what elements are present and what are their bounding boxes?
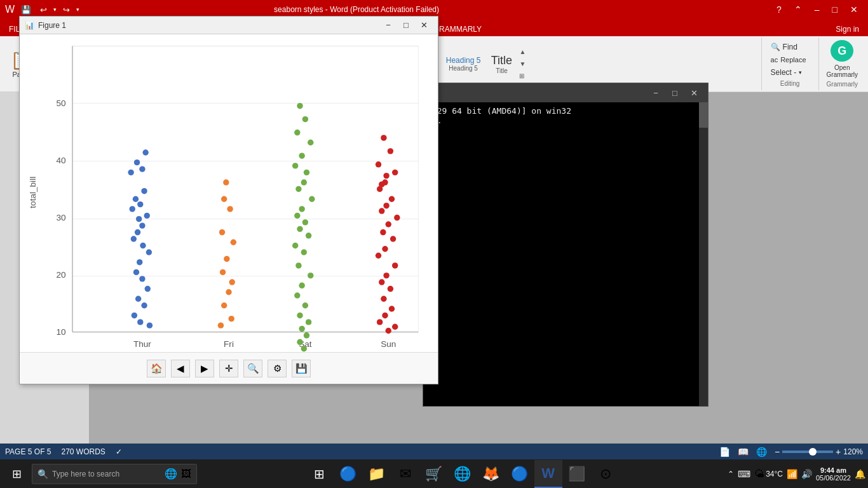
style-title[interactable]: Title Title [486, 46, 517, 82]
notification-btn[interactable]: 🔔 [855, 469, 865, 479]
grammarly-icon: G [831, 40, 853, 62]
settings-tool-btn[interactable]: ⚙ [268, 360, 287, 377]
temp-text: 34°C [766, 470, 783, 478]
svg-text:total_bill: total_bill [28, 177, 37, 208]
undo-qat-btn[interactable]: ↩ [37, 4, 50, 16]
task-view-btn[interactable]: ⊞ [306, 460, 334, 488]
svg-point-34 [145, 286, 151, 292]
svg-point-110 [383, 173, 389, 179]
find-label: Find [783, 43, 797, 51]
browser2-btn[interactable]: 🌐 [449, 460, 477, 488]
zoom-tool-btn[interactable]: 🔍 [243, 360, 262, 377]
zoom-out-btn[interactable]: − [775, 447, 780, 457]
forward-tool-btn[interactable]: ▶ [195, 360, 214, 377]
figure-maximize-btn[interactable]: □ [397, 18, 415, 32]
open-grammarly-btn[interactable]: OpenGrammarly [827, 64, 858, 78]
svg-point-64 [295, 186, 301, 192]
taskbar-tray: ⌃ ⌨ 🌤 34°C 📶 🔊 9:44 am 05/06/2022 🔔 [728, 466, 865, 482]
terminal-minimize-btn[interactable]: − [647, 86, 665, 100]
figure-close-btn[interactable]: ✕ [415, 18, 433, 32]
store-btn[interactable]: 🛒 [420, 460, 448, 488]
save-qat-btn[interactable]: 💾 [18, 4, 34, 16]
clock[interactable]: 9:44 am 05/06/2022 [816, 466, 851, 482]
save-tool-btn[interactable]: 💾 [292, 360, 311, 377]
svg-point-24 [136, 216, 142, 222]
svg-point-44 [221, 196, 227, 202]
help-btn[interactable]: ? [771, 3, 787, 16]
svg-point-59 [308, 140, 313, 146]
svg-point-22 [141, 188, 147, 194]
news-icon: 🖼 [181, 468, 191, 480]
svg-point-80 [299, 326, 304, 332]
word-count: 270 WORDS [61, 447, 105, 456]
svg-point-109 [379, 181, 384, 187]
redo-qat-btn[interactable]: ↪ [60, 4, 72, 16]
maximize-btn[interactable]: □ [827, 3, 843, 16]
svg-text:Thur: Thur [133, 339, 151, 349]
word-btn[interactable]: W [534, 460, 562, 488]
zoom-in-btn[interactable]: + [836, 447, 841, 457]
svg-point-35 [135, 296, 141, 302]
styles-scroll[interactable]: ▲ ▼ ⊞ [519, 46, 526, 82]
svg-point-62 [304, 170, 309, 175]
replace-btn[interactable]: ac Replace [768, 55, 812, 65]
explorer-btn[interactable]: 📁 [363, 460, 391, 488]
figure-minimize-btn[interactable]: − [379, 18, 397, 32]
customize-qat-btn[interactable]: ▾ [76, 6, 79, 13]
select-btn[interactable]: Select - ▾ [768, 67, 812, 78]
python-btn[interactable]: ⬛ [563, 460, 591, 488]
undo-dropdown-btn[interactable]: ▾ [53, 6, 57, 13]
styles-scroll-up-icon[interactable]: ▲ [519, 48, 526, 55]
svg-point-71 [292, 243, 298, 248]
web-icon[interactable]: 🌐 [756, 447, 767, 457]
volume-icon[interactable]: 🔊 [801, 469, 812, 479]
svg-point-36 [141, 302, 147, 308]
terminal-content[interactable]: 1929 64 bit (AMD64)] on win32 on. [423, 102, 708, 406]
show-hidden-btn[interactable]: ⌃ [728, 470, 734, 478]
find-icon: 🔍 [771, 43, 780, 51]
terminal-scroll-thumb[interactable] [699, 102, 708, 128]
terminal-scrollbar[interactable] [699, 102, 708, 406]
search-bar[interactable]: 🔍 Type here to search 🌐 🖼 [32, 464, 197, 484]
svg-point-99 [392, 262, 398, 268]
style-heading5-preview: Heading 5 [446, 56, 481, 65]
svg-point-25 [144, 213, 150, 219]
mail-btn[interactable]: ✉ [391, 460, 419, 488]
svg-point-52 [221, 302, 227, 308]
terminal-close-btn[interactable]: ✕ [685, 86, 703, 100]
proofing-icon[interactable]: ✓ [116, 447, 122, 456]
layout-icon[interactable]: 📄 [719, 447, 730, 457]
back-tool-btn[interactable]: ◀ [171, 360, 190, 377]
edge-btn[interactable]: 🔵 [334, 460, 362, 488]
start-btn[interactable]: ⊞ [3, 460, 31, 488]
minimize-btn[interactable]: – [810, 3, 825, 16]
chrome-btn[interactable]: 🔵 [506, 460, 534, 488]
move-tool-btn[interactable]: ✛ [219, 360, 238, 377]
svg-point-107 [392, 324, 398, 330]
styles-scroll-down-icon[interactable]: ▼ [519, 60, 526, 67]
svg-point-53 [228, 316, 234, 322]
svg-point-40 [128, 170, 133, 175]
styles-expand-icon[interactable]: ⊞ [519, 72, 526, 79]
cortana-icon: 🌐 [165, 468, 177, 480]
svg-point-77 [302, 302, 308, 308]
app11-btn[interactable]: ⊙ [592, 460, 620, 488]
network-icon[interactable]: 📶 [787, 469, 797, 479]
sign-in-btn[interactable]: Sign in [827, 22, 868, 36]
close-btn[interactable]: ✕ [845, 3, 863, 16]
zoom-thumb [809, 448, 817, 456]
style-heading5[interactable]: Heading 5 Heading 5 [442, 46, 485, 82]
home-tool-btn[interactable]: 🏠 [147, 360, 166, 377]
ribbon-toggle-btn[interactable]: ⌃ [789, 3, 807, 16]
svg-point-21 [137, 201, 143, 207]
zoom-slider[interactable] [782, 451, 833, 453]
svg-point-23 [130, 206, 135, 212]
firefox-btn[interactable]: 🦊 [477, 460, 505, 488]
terminal-maximize-btn[interactable]: □ [666, 86, 684, 100]
keyboard-icon[interactable]: ⌨ [738, 469, 750, 479]
read-icon[interactable]: 📖 [738, 447, 749, 457]
svg-point-87 [392, 170, 398, 175]
find-btn[interactable]: 🔍 Find [768, 41, 812, 53]
svg-point-43 [142, 149, 148, 155]
svg-point-96 [390, 236, 396, 241]
